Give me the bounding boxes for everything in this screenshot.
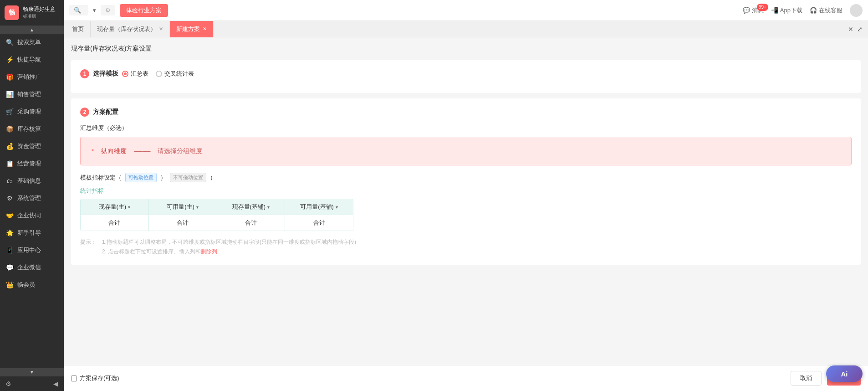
- sidebar-item-label: 快捷导航: [17, 56, 41, 64]
- app-name: 畅康通好生意: [23, 6, 56, 13]
- newbie-icon: 🌟: [5, 229, 14, 237]
- step1-title: 选择模板: [93, 70, 118, 78]
- col-arrow-2: ▾: [196, 205, 199, 210]
- window-close-icon[interactable]: ✕: [848, 26, 853, 33]
- sidebar: 畅 畅康通好生意 标准版 ▲ 🔍 搜索菜单 ⚡ 快捷导航 🎁 营销推广 📊 销售…: [0, 0, 64, 391]
- tab-inventory-status[interactable]: 现存量（库存状况表） ✕: [91, 21, 170, 37]
- step1-section: 1 选择模板 汇总表 交叉统计表: [71, 60, 861, 93]
- sidebar-item-sales[interactable]: 📊 销售管理: [0, 86, 64, 103]
- user-avatar[interactable]: [850, 4, 863, 17]
- dim-dash: ——: [134, 146, 150, 156]
- indicators-label: 模板指标设定（ 可拖动位置 ） 不可拖动位置 ）: [80, 173, 852, 182]
- quick-nav-icon: ⚡: [5, 56, 14, 64]
- radio-summary-table[interactable]: 汇总表: [122, 70, 148, 78]
- ai-fab-label: Ai: [841, 370, 848, 378]
- message-btn[interactable]: 💬 消息 99+: [743, 6, 764, 15]
- sidebar-item-label: 应用中心: [17, 246, 41, 254]
- sidebar-item-label: 企业微信: [17, 263, 41, 272]
- sidebar-item-enterprise[interactable]: 🤝 企业协同: [0, 207, 64, 224]
- stats-title: 统计指标: [80, 187, 852, 195]
- online-service-btn[interactable]: 🎧 在线客服: [810, 6, 842, 15]
- col-available-aux[interactable]: 可用量(基辅) ▾: [285, 199, 353, 215]
- sidebar-item-label: 企业协同: [17, 211, 41, 220]
- sidebar-item-finance[interactable]: 💰 资金管理: [0, 138, 64, 155]
- radio-dot-cross: [156, 71, 162, 77]
- download-icon: 📲: [771, 7, 778, 14]
- search-bar[interactable]: 🔍: [69, 5, 88, 15]
- sidebar-item-purchase[interactable]: 🛒 采购管理: [0, 103, 64, 120]
- window-maximize-icon[interactable]: ⤢: [857, 26, 863, 33]
- cell-total-2: 合计: [149, 215, 217, 231]
- collapse-button[interactable]: ◀: [53, 380, 58, 387]
- col-available-main[interactable]: 可用量(主) ▾: [149, 199, 217, 215]
- col-arrow-1: ▾: [128, 205, 130, 210]
- cell-total-4: 合计: [285, 215, 353, 231]
- enterprise-icon: 🤝: [5, 211, 14, 220]
- sidebar-item-label: 系统管理: [17, 194, 41, 202]
- sidebar-scroll-down[interactable]: ▼: [0, 368, 64, 376]
- sidebar-item-system[interactable]: ⚙ 系统管理: [0, 190, 64, 207]
- sidebar-item-label: 经营管理: [17, 159, 41, 168]
- ai-fab-button[interactable]: Ai: [826, 365, 863, 382]
- col-current-stock-main[interactable]: 现存量(主) ▾: [81, 199, 149, 215]
- message-icon: 💬: [743, 7, 750, 14]
- operations-icon: 📋: [5, 159, 14, 168]
- save-checkbox[interactable]: 方案保存(可选): [71, 374, 119, 382]
- tab-new-scheme[interactable]: 新建方案 ✕: [170, 21, 214, 37]
- sidebar-item-appstore[interactable]: 📱 应用中心: [0, 242, 64, 259]
- sidebar-item-label: 资金管理: [17, 142, 41, 150]
- cell-total-1: 合计: [81, 215, 149, 231]
- stats-table: 现存量(主) ▾ 可用量(主) ▾ 现存量(基辅) ▾ 可用量(基辅): [80, 199, 353, 231]
- chevron-down-icon: ▾: [93, 7, 96, 14]
- sidebar-item-member[interactable]: 👑 畅会员: [0, 276, 64, 293]
- sidebar-item-label: 新手引导: [17, 229, 41, 237]
- sidebar-item-label: 销售管理: [17, 90, 41, 98]
- sidebar-item-label: 畅会员: [17, 281, 35, 289]
- radio-inner-summary: [124, 72, 127, 75]
- tab-inventory-label: 现存量（库存状况表）: [97, 25, 156, 33]
- stats-header-row: 现存量(主) ▾ 可用量(主) ▾ 现存量(基辅) ▾ 可用量(基辅): [81, 199, 353, 215]
- tab-bar: 首页 现存量（库存状况表） ✕ 新建方案 ✕ ✕ ⤢: [64, 21, 868, 37]
- sidebar-item-basic-info[interactable]: 🗂 基础信息: [0, 172, 64, 190]
- member-icon: 👑: [5, 281, 14, 289]
- indicators-section: 模板指标设定（ 可拖动位置 ） 不可拖动位置 ） 统计指标 现存量(主) ▾ 可…: [80, 173, 852, 231]
- sidebar-scroll-up[interactable]: ▲: [0, 26, 64, 34]
- sidebar-item-marketing[interactable]: 🎁 营销推广: [0, 68, 64, 86]
- tip-2: 2. 点击标题栏下拉可设置排序、插入列和删除列: [80, 248, 852, 256]
- dim-row-label: 纵向维度: [101, 147, 127, 155]
- top-bar-right: 💬 消息 99+ 📲 App下载 🎧 在线客服: [743, 4, 863, 17]
- step1-header: 1 选择模板 汇总表 交叉统计表: [80, 69, 852, 78]
- radio-dot-summary: [122, 71, 128, 77]
- dim-section-label: 汇总维度（必选）: [80, 124, 852, 132]
- settings-button[interactable]: ⚙: [5, 380, 11, 387]
- sidebar-item-operations[interactable]: 📋 经营管理: [0, 155, 64, 172]
- template-radio-group: 汇总表 交叉统计表: [122, 70, 194, 78]
- dropdown-toggle[interactable]: ▾: [93, 7, 96, 14]
- sidebar-item-label: 基础信息: [17, 177, 41, 185]
- tab-home[interactable]: 首页: [66, 21, 91, 37]
- stats-data-row: 合计 合计 合计 合计: [81, 215, 353, 231]
- dimension-box[interactable]: * 纵向维度 —— 请选择分组维度: [80, 137, 852, 165]
- wechat-icon: 💬: [5, 263, 14, 272]
- page-title: 现存量(库存状况表)方案设置: [71, 45, 861, 53]
- message-badge: 99+: [757, 4, 768, 11]
- tip-1: 提示： 1.拖动标题栏可以调整布局，不可跨维度或指标区域拖动栏目字段(只能在同一…: [80, 238, 852, 246]
- radio-cross-table[interactable]: 交叉统计表: [156, 70, 194, 78]
- col-current-stock-aux[interactable]: 现存量(基辅) ▾: [217, 199, 286, 215]
- save-checkbox-input[interactable]: [71, 376, 77, 381]
- app-download-btn[interactable]: 📲 App下载: [771, 6, 802, 15]
- tab-home-label: 首页: [72, 25, 84, 33]
- sidebar-item-search[interactable]: 🔍 搜索菜单: [0, 34, 64, 51]
- cancel-button[interactable]: 取消: [791, 371, 822, 386]
- settings-gear[interactable]: ⚙: [101, 5, 115, 15]
- tab-new-close-icon[interactable]: ✕: [203, 26, 207, 32]
- save-checkbox-label: 方案保存(可选): [80, 374, 119, 382]
- sidebar-item-inventory[interactable]: 📦 库存核算: [0, 120, 64, 138]
- sidebar-item-quicknav[interactable]: ⚡ 快捷导航: [0, 51, 64, 68]
- top-bar: 🔍 ▾ ⚙ 体验行业方案 💬 消息 99+ 📲 App下载 🎧: [64, 0, 868, 21]
- industry-btn[interactable]: 体验行业方案: [120, 4, 168, 17]
- step1-number: 1: [80, 69, 89, 78]
- sidebar-item-newbie[interactable]: 🌟 新手引导: [0, 224, 64, 242]
- tab-inventory-close-icon[interactable]: ✕: [159, 26, 163, 32]
- sidebar-item-wechat[interactable]: 💬 企业微信: [0, 259, 64, 276]
